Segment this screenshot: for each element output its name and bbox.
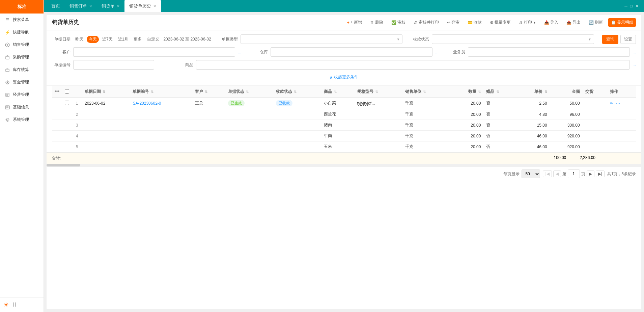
sidebar-item-finance-mgmt[interactable]: 资金管理 <box>0 76 44 88</box>
col-docno-header[interactable]: 单据编号 ⇅ <box>130 86 192 98</box>
cell-quantity: 20.00 <box>450 109 483 120</box>
warehouse-input[interactable] <box>271 47 432 57</box>
goods-input[interactable] <box>196 60 630 70</box>
date-tag-yesterday[interactable]: 昨天 <box>73 36 85 43</box>
prev-page-button[interactable]: ◀ <box>553 171 561 177</box>
col-docdate-header[interactable]: 单据日期 ⇅ <box>82 86 130 98</box>
next-page-button[interactable]: ▶ <box>587 171 594 177</box>
sidebar-item-inventory-calc[interactable]: 库存核算 <box>0 63 44 76</box>
cell-salesunit: 千克 <box>402 141 450 152</box>
collapse-button[interactable]: ∧ 收起更多条件 <box>52 73 636 81</box>
new-button[interactable]: + + 新增 <box>344 18 365 27</box>
scrollbar-thumb[interactable] <box>47 164 80 166</box>
customer-input[interactable] <box>73 47 235 57</box>
col-customer-header[interactable]: 客户 ⇅ <box>192 86 225 98</box>
doc-no-link[interactable]: SA-20230602-0 <box>133 101 161 106</box>
cell-checkbox[interactable] <box>62 109 72 120</box>
sidebar-item-sys-mgmt[interactable]: 系统管理 <box>0 113 44 126</box>
nav-tab-sales-order-close[interactable]: ✕ <box>89 4 92 8</box>
cell-checkbox[interactable] <box>62 98 72 109</box>
col-gift-label: 赠品 <box>486 89 494 94</box>
export-button[interactable]: 📤 导出 <box>564 18 583 27</box>
nav-tab-sales-goods-close[interactable]: ✕ <box>117 4 120 8</box>
date-tag-custom[interactable]: 自定义 <box>145 36 161 43</box>
sidebar-item-sales-mgmt[interactable]: 销售管理 <box>0 38 44 51</box>
batch-change-button[interactable]: ⚙ 批量变更 <box>487 18 513 27</box>
scrollbar-area[interactable] <box>47 164 641 166</box>
nav-icon-close[interactable]: ✕ <box>635 4 639 8</box>
nav-icon-square[interactable]: □ <box>630 4 633 8</box>
print-button[interactable]: 🖨 打印 ▼ <box>516 18 539 27</box>
delete-button[interactable]: 🗑 删除 <box>367 18 386 27</box>
refresh-button[interactable]: 🔄 刷新 <box>586 18 606 27</box>
page-size-dropdown[interactable]: 20 50 100 <box>522 170 540 178</box>
nav-tab-sales-order[interactable]: 销售订单 ✕ <box>65 0 97 12</box>
cell-checkbox[interactable] <box>62 120 72 131</box>
nav-tab-home[interactable]: 首页 <box>47 0 65 12</box>
col-goods-header[interactable]: 商品 ⇅ <box>321 86 354 98</box>
nav-tab-sales-history-close[interactable]: ✕ <box>153 4 156 8</box>
doc-no-input[interactable] <box>73 60 154 70</box>
cell-salesunit: 千克 <box>402 131 450 141</box>
sidebar-item-purchase-mgmt[interactable]: 采购管理 <box>0 51 44 63</box>
page-title: 销货单历史 <box>52 19 79 26</box>
col-unitprice-header[interactable]: 单价 ⇅ <box>517 86 550 98</box>
warehouse-ellipsis[interactable]: ... <box>435 50 439 54</box>
setting-button[interactable]: 设置 <box>620 35 636 44</box>
goods-ellipsis[interactable]: ... <box>633 62 636 67</box>
audit-print-button[interactable]: 🖨 审核并打印 <box>411 18 442 27</box>
cell-checkbox[interactable] <box>62 141 72 152</box>
cell-gift: 否 <box>483 120 516 131</box>
sales-person-ellipsis[interactable]: ... <box>633 50 636 54</box>
collect-status-select[interactable] <box>432 34 594 44</box>
date-tag-today[interactable]: 今天 <box>87 36 99 43</box>
display-detail-button[interactable]: 📋 显示明细 <box>608 18 636 27</box>
sales-person-input[interactable] <box>468 47 630 57</box>
col-spec-label: 规格型号 <box>357 89 373 94</box>
doc-type-select[interactable] <box>241 34 403 44</box>
bottom-icon-1[interactable]: ☀ <box>3 301 9 309</box>
new-icon: + <box>347 20 349 25</box>
bottom-icon-2[interactable]: ⏸ <box>11 301 18 309</box>
cell-quantity: 20.00 <box>450 131 483 141</box>
audit-button[interactable]: ✅ 审核 <box>389 18 408 27</box>
import-button[interactable]: 📥 导入 <box>541 18 561 27</box>
date-tag-more[interactable]: 更多 <box>132 36 144 43</box>
col-collectstatus-header[interactable]: 收款状态 ⇅ <box>273 86 321 98</box>
svg-rect-2 <box>6 69 9 72</box>
col-docstatus-header[interactable]: 单据状态 ⇅ <box>225 86 273 98</box>
abandon-button[interactable]: ↩ 弃审 <box>444 18 462 27</box>
content-area: 销货单历史 + + 新增 🗑 删除 ✅ 审核 🖨 <box>44 12 644 312</box>
more-icon[interactable]: ⋯ <box>616 101 620 106</box>
page-label: 第 <box>562 171 566 177</box>
col-settings[interactable] <box>52 86 62 98</box>
col-salesunit-header[interactable]: 销售单位 ⇅ <box>402 86 450 98</box>
col-quantity-header[interactable]: 数量 ⇅ <box>450 86 483 98</box>
col-gift-header[interactable]: 赠品 ⇅ <box>483 86 516 98</box>
nav-tab-sales-goods[interactable]: 销货单 ✕ <box>97 0 124 12</box>
edit-icon[interactable]: ✏ <box>610 101 613 106</box>
sidebar-item-ops-mgmt[interactable]: 经营管理 <box>0 88 44 101</box>
query-button[interactable]: 查询 <box>602 35 618 44</box>
row-checkbox[interactable] <box>65 101 69 105</box>
sidebar-item-quick-nav[interactable]: ⚡ 快捷导航 <box>0 26 44 38</box>
page-number-input[interactable] <box>568 170 580 178</box>
date-range-display: 2023-06-02 至 2023-06-02 <box>163 36 211 42</box>
col-spec-header[interactable]: 规格型号 ⇅ <box>355 86 402 98</box>
date-tag-7days[interactable]: 近7天 <box>100 36 115 43</box>
nav-tab-sales-history[interactable]: 销货单历史 ✕ <box>124 0 161 12</box>
sidebar-item-search-menu[interactable]: ☰ 搜索菜单 <box>0 14 44 26</box>
cell-gift: 否 <box>483 131 516 141</box>
collect-button[interactable]: 💳 收款 <box>465 18 484 27</box>
cell-gift: 否 <box>483 109 516 120</box>
first-page-button[interactable]: |◀ <box>543 171 552 177</box>
last-page-button[interactable]: ▶| <box>596 171 605 177</box>
sidebar-item-basic-info[interactable]: 基础信息 <box>0 101 44 113</box>
nav-icon-minus[interactable]: ─ <box>624 4 627 8</box>
customer-ellipsis[interactable]: ... <box>238 50 241 54</box>
col-checkbox-header[interactable] <box>62 86 72 98</box>
cell-goods: 西兰花 <box>321 109 354 120</box>
select-all-checkbox[interactable] <box>65 89 69 94</box>
date-tag-1month[interactable]: 近1月 <box>116 36 131 43</box>
cell-checkbox[interactable] <box>62 131 72 141</box>
